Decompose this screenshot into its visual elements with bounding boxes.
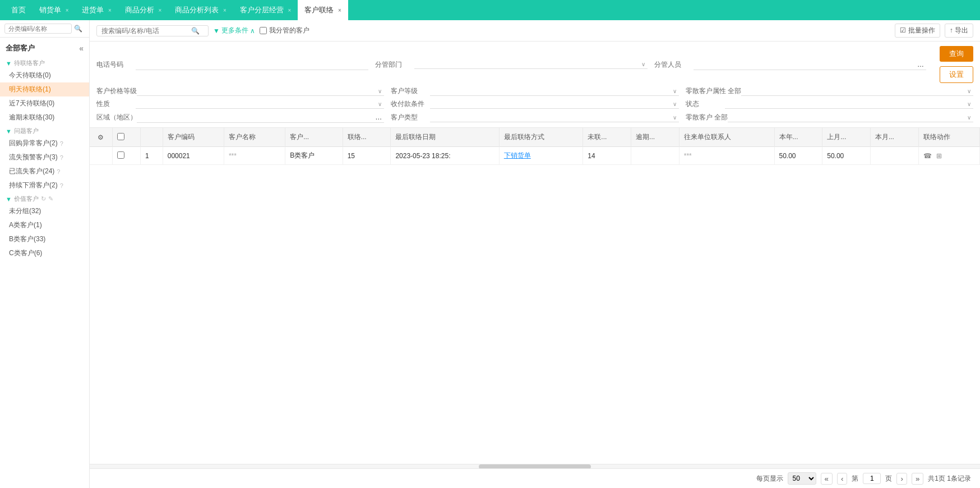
sidebar-item-class-b[interactable]: B类客户(33): [0, 232, 89, 246]
sidebar-item-churn-warning[interactable]: 流失预警客户(3) ?: [0, 150, 89, 164]
th-index: [140, 128, 163, 147]
filter-cell-manager: 分管人员 …: [654, 59, 926, 70]
retail-attr-chevron-icon: ∨: [967, 88, 971, 94]
th-last-contact-method[interactable]: 最后联络方式: [499, 128, 583, 147]
filter-action-buttons: 查询 设置: [933, 46, 973, 83]
sidebar-item-7days-contact[interactable]: 近7天待联络(0): [0, 96, 89, 111]
chevron-up-icon: ∧: [250, 27, 255, 35]
sidebar-all-customers[interactable]: 全部客户 «: [0, 40, 89, 57]
filter-cell-customer-level: 客户等级 ∨: [391, 86, 678, 96]
dept-select[interactable]: ∨: [414, 60, 647, 69]
th-last-contact-date[interactable]: 最后联络日期: [391, 128, 499, 147]
last-page-btn[interactable]: »: [912, 473, 923, 485]
prev-page-btn[interactable]: ‹: [837, 473, 847, 485]
price-level-chevron-icon: ∨: [378, 88, 382, 94]
select-all-checkbox[interactable]: [117, 133, 124, 140]
my-customer-checkbox[interactable]: [260, 27, 267, 34]
td-checkbox[interactable]: [112, 147, 140, 165]
nav-sales-close-icon[interactable]: ×: [66, 7, 69, 13]
refresh-icon[interactable]: ↻: [41, 195, 46, 202]
more-conditions-btn[interactable]: ▼ 更多条件 ∧: [213, 26, 255, 35]
th-unit-contact[interactable]: 往来单位联系人: [679, 128, 774, 147]
nav-customer-segmentation[interactable]: 客户分层经营 ×: [233, 0, 298, 20]
action-more-icon[interactable]: ⊞: [936, 152, 942, 160]
sidebar-item-churned[interactable]: 已流失客户(24) ?: [0, 164, 89, 178]
export-btn[interactable]: ↑ 导出: [945, 24, 973, 38]
sidebar-item-overdue-contact[interactable]: 逾期未联络(30): [0, 111, 89, 125]
td-row-settings[interactable]: [90, 147, 112, 165]
nav-product-analysis-list-close-icon[interactable]: ×: [223, 7, 226, 13]
customer-level-select[interactable]: ∨: [430, 87, 678, 96]
content-area: 🔍 ▼ 更多条件 ∧ 我分管的客户 ☑ 批量操作 ↑ 导出: [90, 20, 980, 488]
row-checkbox[interactable]: [117, 151, 124, 159]
next-page-btn[interactable]: ›: [896, 473, 907, 485]
status-label: 状态: [686, 99, 725, 109]
sidebar-group-pending-label: 待联络客户: [14, 59, 45, 67]
retail-customer-select[interactable]: ∨: [728, 113, 973, 122]
phone-input[interactable]: [136, 59, 368, 70]
filter-cell-nature: 性质 ∨: [96, 99, 384, 109]
sidebar-item-declining[interactable]: 持续下滑客户(2) ?: [0, 178, 89, 192]
retail-attr-select[interactable]: ∨: [741, 87, 973, 96]
nav-customer-contact-close-icon[interactable]: ×: [338, 7, 341, 13]
price-level-select[interactable]: ∨: [137, 87, 384, 96]
td-index: 1: [140, 147, 163, 165]
total-records: 共1页 1条记录: [928, 474, 971, 484]
customer-type-select[interactable]: ∨: [430, 113, 678, 122]
first-page-btn[interactable]: «: [821, 473, 833, 485]
th-contact-count[interactable]: 联络...: [343, 128, 391, 147]
nature-select[interactable]: ∨: [136, 100, 384, 109]
nav-sales[interactable]: 销货单 ×: [33, 0, 75, 20]
page-number-input[interactable]: [863, 473, 881, 484]
th-customer-code[interactable]: 客户编码: [163, 128, 224, 147]
nav-customer-contact[interactable]: 客户联络 ×: [298, 0, 348, 20]
edit-icon[interactable]: ✎: [48, 195, 53, 202]
td-customer-code: 000021: [163, 147, 224, 165]
nav-product-analysis-close-icon[interactable]: ×: [159, 7, 162, 13]
sidebar-group-problem-label: 问题客户: [14, 127, 39, 135]
sidebar-collapse-icon[interactable]: «: [79, 44, 84, 53]
filter-search-input[interactable]: [101, 27, 191, 35]
region-select[interactable]: …: [137, 112, 384, 123]
my-customer-filter[interactable]: 我分管的客户: [260, 26, 309, 35]
nav-product-analysis-list[interactable]: 商品分析列表 ×: [168, 0, 233, 20]
filter-row-3: 性质 ∨ 收付款条件 ∨ 状态: [96, 99, 973, 109]
sidebar-search-input[interactable]: [4, 24, 72, 34]
query-button[interactable]: 查询: [940, 46, 973, 62]
nav-purchase-close-icon[interactable]: ×: [108, 7, 112, 13]
th-this-year[interactable]: 本年...: [774, 128, 822, 147]
th-customer-type[interactable]: 客户...: [285, 128, 343, 147]
manager-select[interactable]: …: [694, 59, 926, 70]
filter-cell-retail-customer: 零散客户 全部 ∨: [686, 113, 973, 122]
sidebar-item-repurchase-abnormal[interactable]: 回购异常客户(2) ?: [0, 136, 89, 150]
filter-cell-dept: 分管部门 ∨: [375, 60, 647, 70]
sidebar-item-ungrouped[interactable]: 未分组(32): [0, 204, 89, 218]
filter-bar: 🔍 ▼ 更多条件 ∧ 我分管的客户 ☑ 批量操作 ↑ 导出: [90, 20, 980, 42]
payment-select[interactable]: ∨: [430, 100, 678, 109]
filter-search-icon[interactable]: 🔍: [191, 27, 200, 35]
th-settings[interactable]: ⚙: [90, 128, 112, 147]
sidebar-item-class-a[interactable]: A类客户(1): [0, 218, 89, 232]
status-select[interactable]: ∨: [725, 100, 973, 109]
th-overdue[interactable]: 逾期...: [631, 128, 679, 147]
th-action: 联络动作: [918, 128, 979, 147]
nav-product-analysis[interactable]: 商品分析 ×: [118, 0, 168, 20]
sidebar-search-icon[interactable]: 🔍: [74, 25, 82, 33]
th-checkbox[interactable]: [112, 128, 140, 147]
th-last-month[interactable]: 上月...: [822, 128, 871, 147]
th-this-month[interactable]: 本月...: [870, 128, 918, 147]
sidebar-item-tomorrow-contact[interactable]: 明天待联络(1): [0, 82, 89, 96]
sidebar-item-today-contact[interactable]: 今天待联络(0): [0, 68, 89, 82]
reset-button[interactable]: 设置: [940, 66, 973, 83]
batch-operation-btn[interactable]: ☑ 批量操作: [895, 24, 940, 38]
nav-home[interactable]: 首页: [4, 0, 33, 20]
nav-customer-segmentation-close-icon[interactable]: ×: [288, 7, 292, 13]
nav-purchase[interactable]: 进货单 ×: [75, 0, 118, 20]
action-phone-icon[interactable]: ☎: [923, 152, 932, 160]
sidebar-item-class-c[interactable]: C类客户(6): [0, 246, 89, 260]
th-not-contacted[interactable]: 未联...: [583, 128, 631, 147]
td-last-contact-method[interactable]: 下销货单: [499, 147, 583, 165]
per-page-select[interactable]: 50 100 200: [788, 472, 816, 485]
th-customer-name[interactable]: 客户名称: [224, 128, 285, 147]
filter-actions: ☑ 批量操作 ↑ 导出: [895, 24, 973, 38]
